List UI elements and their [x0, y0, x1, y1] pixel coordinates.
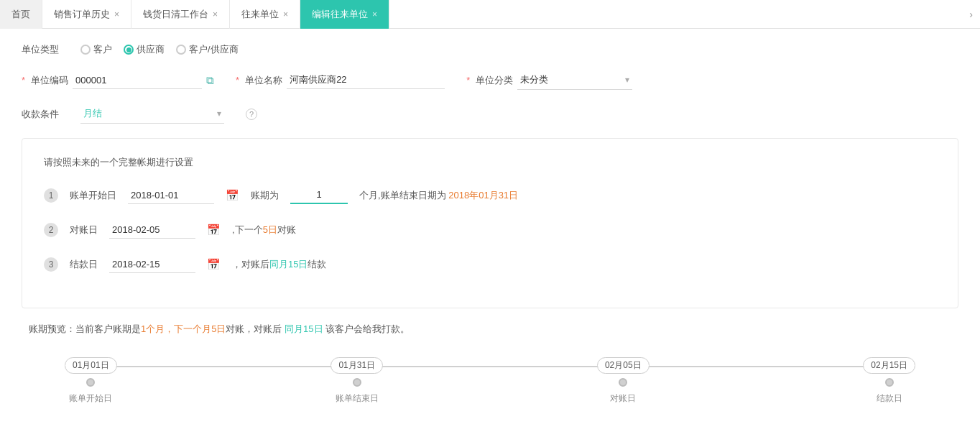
radio-label-both: 客户/供应商	[189, 43, 239, 56]
node-badge-2: 01月31日	[330, 357, 383, 374]
row-num-1: 1	[44, 188, 58, 203]
unit-code-input[interactable]	[73, 72, 202, 89]
unit-code-label: 单位编码	[31, 74, 68, 87]
node-label-1: 账单开始日	[69, 392, 112, 405]
payment-dropdown-arrow-icon: ▾	[217, 109, 221, 119]
preview-text: 账期预览：当前客户账期是1个月，下一个月5日对账，对账后 同月15日 该客户会给…	[22, 323, 958, 336]
setting-row-3: 3 结款日 📅 ，对账后同月15日结款	[44, 256, 936, 273]
unit-category-group: * 单位分类 未分类 ▾	[466, 70, 632, 90]
node-label-2: 账单结束日	[336, 392, 379, 405]
radio-circle-customer	[80, 45, 91, 55]
row-label-3: 结款日	[70, 258, 98, 271]
start-date-input[interactable]	[128, 187, 214, 204]
period-unit: 个月,账单结束日期为 2018年01月31日	[359, 189, 518, 202]
reconcile-desc: ,下一个5日对账	[232, 224, 296, 236]
reconcile-date-input[interactable]	[109, 221, 195, 239]
timeline-node-1: 01月01日 账单开始日	[65, 357, 117, 405]
node-dot-2	[353, 378, 361, 387]
timeline-container: 01月01日 账单开始日 01月31日 账单结束日 02月05日 对账日	[22, 357, 958, 405]
payment-value: 月结	[83, 107, 213, 120]
node-badge-3: 02月05日	[597, 357, 650, 374]
unit-type-radio-group: 客户 供应商 客户/供应商	[80, 43, 239, 56]
timeline-node-2: 01月31日 账单结束日	[330, 357, 383, 405]
radio-customer[interactable]: 客户	[80, 43, 112, 56]
tab-cash-work[interactable]: 钱货日清工作台 ×	[131, 0, 230, 29]
row-label-2: 对账日	[70, 224, 98, 236]
period-value-input[interactable]	[290, 186, 348, 204]
dropdown-arrow-icon: ▾	[625, 75, 629, 85]
unit-code-group: * 单位编码 ⧉	[22, 72, 214, 89]
radio-circle-both	[176, 45, 186, 55]
reconcile-date-cal-icon[interactable]: 📅	[207, 224, 221, 236]
payment-row: 收款条件 月结 ▾ ?	[22, 104, 958, 124]
node-badge-4: 02月15日	[863, 357, 915, 374]
close-edit-partner[interactable]: ×	[372, 10, 377, 19]
radio-label-supplier: 供应商	[137, 43, 165, 56]
row-num-3: 3	[44, 257, 58, 272]
payment-date-cal-icon[interactable]: 📅	[207, 258, 221, 271]
unit-name-input[interactable]	[287, 72, 445, 89]
star-code: *	[22, 75, 25, 86]
settings-title: 请按照未来的一个完整帐期进行设置	[44, 156, 936, 169]
payment-desc: ，对账后同月15日结款	[232, 258, 326, 271]
unit-type-row: 单位类型 客户 供应商 客户/供应商	[22, 43, 958, 56]
period-label: 账期为	[251, 189, 279, 202]
help-icon[interactable]: ?	[246, 109, 257, 120]
end-date-highlight: 2018年01月31日	[448, 190, 518, 201]
star-name: *	[236, 75, 239, 86]
payment-dropdown[interactable]: 月结 ▾	[80, 104, 224, 124]
main-content: 单位类型 客户 供应商 客户/供应商 * 单位编码 ⧉ * 单位名称	[0, 29, 980, 437]
tab-home[interactable]: 首页	[0, 0, 42, 29]
setting-row-1: 1 账单开始日 📅 账期为 个月,账单结束日期为 2018年01月31日	[44, 186, 936, 204]
tab-edit-partner[interactable]: 编辑往来单位 ×	[300, 0, 389, 29]
radio-circle-supplier	[124, 45, 134, 55]
radio-supplier[interactable]: 供应商	[124, 43, 165, 56]
tabs-bar: 首页 销售订单历史 × 钱货日清工作台 × 往来单位 × 编辑往来单位 × ›	[0, 0, 980, 29]
unit-name-group: * 单位名称	[236, 72, 445, 89]
payment-label: 收款条件	[22, 108, 59, 121]
unit-category-dropdown[interactable]: 未分类 ▾	[517, 70, 632, 90]
preview-part3: 同月15日	[285, 323, 323, 334]
close-partners[interactable]: ×	[283, 10, 288, 19]
payment-date-input[interactable]	[109, 256, 195, 273]
reconcile-highlight: 5日	[263, 224, 277, 235]
timeline-nodes: 01月01日 账单开始日 01月31日 账单结束日 02月05日 对账日	[65, 357, 915, 405]
close-cash-work[interactable]: ×	[213, 10, 218, 19]
radio-label-customer: 客户	[93, 43, 112, 56]
row-num-2: 2	[44, 223, 58, 237]
row-label-1: 账单开始日	[70, 189, 116, 202]
unit-name-label: 单位名称	[245, 74, 282, 87]
radio-both[interactable]: 客户/供应商	[176, 43, 239, 56]
payment-highlight: 同月15日	[269, 259, 308, 270]
unit-info-row: * 单位编码 ⧉ * 单位名称 * 单位分类 未分类 ▾	[22, 70, 958, 90]
preview-part2: 下一个月5日	[174, 323, 226, 334]
node-dot-4	[885, 378, 894, 387]
start-date-cal-icon[interactable]: 📅	[226, 189, 239, 202]
unit-category-value: 未分类	[520, 73, 619, 86]
settings-box: 请按照未来的一个完整帐期进行设置 1 账单开始日 📅 账期为 个月,账单结束日期…	[22, 138, 958, 308]
timeline-node-3: 02月05日 对账日	[597, 357, 650, 405]
preview-part1: 1个月，	[141, 323, 174, 334]
copy-icon[interactable]: ⧉	[206, 74, 214, 87]
tab-partners[interactable]: 往来单位 ×	[230, 0, 300, 29]
node-label-4: 结款日	[877, 392, 902, 405]
star-category: *	[466, 75, 470, 86]
unit-type-label: 单位类型	[22, 43, 59, 56]
tab-sales-history[interactable]: 销售订单历史 ×	[42, 0, 131, 29]
node-badge-1: 01月01日	[65, 357, 117, 374]
timeline-node-4: 02月15日 结款日	[863, 357, 915, 405]
node-dot-1	[86, 378, 95, 387]
close-sales-history[interactable]: ×	[114, 10, 119, 19]
tabs-scroll-arrow[interactable]: ›	[962, 9, 980, 20]
node-label-3: 对账日	[610, 392, 636, 405]
setting-row-2: 2 对账日 📅 ,下一个5日对账	[44, 221, 936, 239]
unit-category-label: 单位分类	[476, 74, 513, 87]
node-dot-3	[619, 378, 627, 387]
